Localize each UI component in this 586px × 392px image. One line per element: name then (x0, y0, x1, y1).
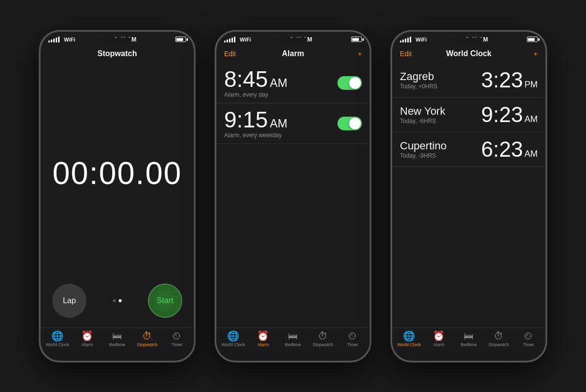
clock-ampm-cupertino: AM (524, 149, 538, 159)
dot-2 (119, 299, 122, 302)
bedtime-icon-1: 🛏 (112, 331, 122, 341)
tab-alarm-2[interactable]: ⏰ Alarm (248, 331, 278, 356)
alarm-label-1: Alarm, every day (224, 91, 288, 98)
status-time-3: 9:41 AM (466, 36, 488, 43)
edit-button-3[interactable]: Edit (400, 50, 424, 58)
clock-city-cupertino: Cupertino (400, 140, 446, 152)
alarm-toggle-2[interactable] (337, 117, 362, 130)
clock-item-newyork[interactable]: New York Today, -6HRS 9:23 AM (392, 98, 545, 132)
alarm-item-1[interactable]: 8:45 AM Alarm, every day (216, 63, 370, 103)
clock-time-cupertino: 6:23 AM (481, 137, 538, 162)
tab-label-bedtime-2: Bedtime (285, 342, 301, 347)
clock-hour-zagreb: 3:23 (481, 68, 523, 92)
tab-timer-1[interactable]: ⏲ Timer (162, 331, 192, 356)
alarm-item-2[interactable]: 9:15 AM Alarm, every weekday (216, 103, 370, 144)
lap-button[interactable]: Lap (52, 284, 86, 318)
page-title-2: Alarm (282, 49, 304, 58)
clock-time-newyork: 9:23 AM (481, 103, 538, 127)
clock-city-block-zagreb: Zagreb Today, +0HRS (400, 70, 438, 90)
tab-stopwatch-3[interactable]: ⏱ Stopwatch (484, 331, 514, 356)
phone-world-clock: WiFi 9:41 AM Edit World Clock + Zagreb T… (391, 30, 547, 362)
status-time-1: 9:41 AM (114, 36, 137, 43)
battery-area-1 (175, 37, 186, 42)
phone-alarm: WiFi 9:41 AM Edit Alarm + 8:45 (215, 30, 371, 362)
clock-item-zagreb[interactable]: Zagreb Today, +0HRS 3:23 PM (392, 63, 545, 98)
page-dots (113, 299, 122, 302)
timer-icon-2: ⏲ (348, 331, 357, 341)
add-button-3[interactable]: + (513, 50, 538, 58)
alarm-toggle-1[interactable] (337, 76, 362, 90)
clock-hour-newyork: 9:23 (481, 103, 523, 127)
stopwatch-controls: Lap Start (41, 284, 194, 328)
bedtime-icon-3: 🛏 (464, 331, 474, 341)
page-title-3: World Clock (446, 49, 491, 58)
phone-stopwatch: WiFi 9:41 AM Stopwatch 00:00.00 Lap (39, 30, 195, 362)
wifi-text-2: WiFi (240, 37, 251, 42)
clock-city-block-cupertino: Cupertino Today, -9HRS (400, 140, 446, 159)
alarm-time-block-1: 8:45 AM Alarm, every day (224, 68, 288, 98)
alarm-icon-2: ⏰ (257, 331, 269, 341)
alarm-icon-3: ⏰ (433, 331, 445, 341)
signal-area-2: WiFi (224, 37, 251, 42)
wifi-text-1: WiFi (64, 37, 75, 42)
world-clock-list: Zagreb Today, +0HRS 3:23 PM New York Tod… (392, 63, 545, 328)
tab-label-alarm-1: Alarm (82, 342, 93, 347)
tab-label-timer-2: Timer (347, 342, 358, 347)
battery-icon-2 (351, 37, 362, 42)
tab-timer-3[interactable]: ⏲ Timer (514, 331, 544, 356)
status-bar-2: WiFi 9:41 AM (216, 32, 370, 45)
stopwatch-icon-3: ⏱ (494, 331, 503, 341)
clock-offset-cupertino: Today, -9HRS (400, 152, 446, 159)
nav-bar-3: Edit World Clock + (392, 45, 545, 63)
signal-icon-1 (48, 37, 60, 42)
tab-label-timer-1: Timer (171, 342, 183, 347)
clock-item-cupertino[interactable]: Cupertino Today, -9HRS 6:23 AM (392, 132, 545, 167)
tab-label-stopwatch-1: Stopwatch (137, 342, 157, 347)
page-title-1: Stopwatch (98, 49, 137, 58)
battery-fill-2 (352, 38, 359, 41)
clock-city-block-newyork: New York Today, -6HRS (400, 105, 445, 124)
battery-area-2 (351, 37, 362, 42)
tab-label-stopwatch-2: Stopwatch (313, 342, 333, 347)
signal-area-1: WiFi (48, 37, 75, 42)
tab-stopwatch-2[interactable]: ⏱ Stopwatch (308, 331, 338, 356)
tab-label-stopwatch-3: Stopwatch (488, 342, 509, 347)
stopwatch-display: 00:00.00 (41, 63, 194, 284)
clock-ampm-zagreb: PM (524, 80, 538, 90)
tab-world-clock-3[interactable]: 🌐 World Clock (394, 331, 424, 356)
tab-label-timer-3: Timer (523, 342, 534, 347)
wifi-text-3: WiFi (416, 37, 427, 42)
tab-label-bedtime-1: Bedtime (109, 342, 125, 347)
signal-icon-3 (400, 37, 411, 42)
tab-bedtime-2[interactable]: 🛏 Bedtime (278, 331, 308, 356)
tab-bedtime-3[interactable]: 🛏 Bedtime (454, 331, 483, 356)
world-clock-content: Zagreb Today, +0HRS 3:23 PM New York Tod… (392, 63, 545, 328)
timer-icon-3: ⏲ (523, 331, 533, 341)
start-button[interactable]: Start (148, 284, 182, 318)
alarm-icon-1: ⏰ (81, 331, 93, 341)
status-bar-1: WiFi 9:41 AM (41, 32, 194, 45)
tab-stopwatch-1[interactable]: ⏱ Stopwatch (132, 331, 162, 356)
alarm-hour-1: 8:45 (224, 68, 268, 90)
clock-city-newyork: New York (400, 105, 445, 118)
clock-city-zagreb: Zagreb (400, 70, 438, 83)
tab-world-clock-2[interactable]: 🌐 World Clock (218, 331, 248, 356)
alarm-list: 8:45 AM Alarm, every day 9:15 AM Alarm, … (216, 63, 370, 328)
signal-icon-2 (224, 37, 235, 42)
edit-button-2[interactable]: Edit (224, 50, 249, 58)
tab-world-clock-1[interactable]: 🌐 World Clock (42, 331, 72, 356)
timer-icon-1: ⏲ (172, 331, 182, 341)
status-bar-3: WiFi 9:41 AM (392, 32, 545, 45)
battery-fill-1 (176, 38, 183, 41)
tab-alarm-3[interactable]: ⏰ Alarm (424, 331, 454, 356)
tab-bar-1: 🌐 World Clock ⏰ Alarm 🛏 Bedtime ⏱ Stopwa… (41, 328, 194, 361)
alarm-time-2: 9:15 AM (224, 108, 288, 131)
tab-label-bedtime-3: Bedtime (460, 342, 477, 347)
tab-bedtime-1[interactable]: 🛏 Bedtime (102, 331, 132, 356)
alarm-ampm-1: AM (270, 77, 288, 89)
add-button-2[interactable]: + (337, 50, 362, 58)
tab-timer-2[interactable]: ⏲ Timer (338, 331, 368, 356)
tab-alarm-1[interactable]: ⏰ Alarm (72, 331, 102, 356)
world-clock-icon-3: 🌐 (403, 331, 415, 341)
alarm-ampm-2: AM (270, 118, 288, 129)
